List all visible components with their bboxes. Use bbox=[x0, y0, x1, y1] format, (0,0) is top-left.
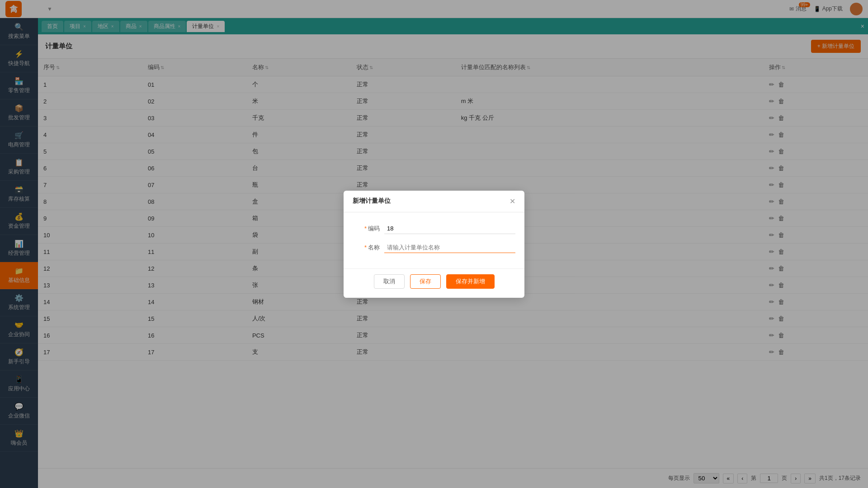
code-input[interactable] bbox=[384, 223, 515, 234]
cancel-button[interactable]: 取消 bbox=[374, 274, 405, 289]
code-label: *编码 bbox=[353, 225, 380, 233]
name-label: *名称 bbox=[353, 244, 380, 252]
modal-header: 新增计量单位 ✕ bbox=[344, 191, 524, 212]
modal-close-button[interactable]: ✕ bbox=[509, 197, 515, 206]
modal-body: *编码 *名称 bbox=[344, 212, 524, 268]
name-form-row: *名称 bbox=[353, 242, 515, 253]
name-input[interactable] bbox=[384, 242, 515, 253]
save-and-new-button[interactable]: 保存并新增 bbox=[446, 274, 495, 289]
modal-footer: 取消 保存 保存并新增 bbox=[344, 268, 524, 298]
code-form-row: *编码 bbox=[353, 223, 515, 234]
save-button[interactable]: 保存 bbox=[410, 274, 441, 289]
modal-title: 新增计量单位 bbox=[353, 197, 391, 205]
modal-dialog: 新增计量单位 ✕ *编码 *名称 取消 保存 保存并新增 bbox=[344, 191, 524, 298]
modal-overlay: 新增计量单位 ✕ *编码 *名称 取消 保存 保存并新增 bbox=[0, 0, 868, 488]
